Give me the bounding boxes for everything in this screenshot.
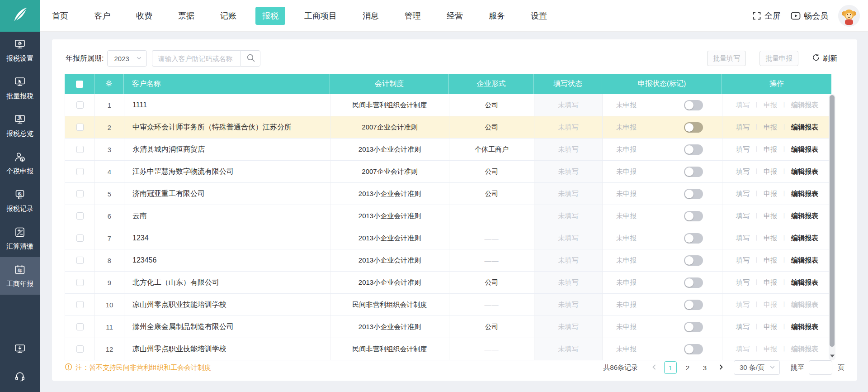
declare-toggle[interactable] xyxy=(684,344,703,354)
next-page-button[interactable] xyxy=(716,361,726,374)
declare-toggle[interactable] xyxy=(684,189,703,199)
action-edit-link[interactable]: 编辑报表 xyxy=(791,145,818,154)
action-fill-link[interactable]: 填写 xyxy=(736,345,750,354)
action-fill-link[interactable]: 填写 xyxy=(736,278,750,287)
row-checkbox[interactable] xyxy=(76,124,84,131)
batch-fill-button[interactable]: 批量填写 xyxy=(707,51,746,66)
user-avatar[interactable] xyxy=(838,5,860,27)
nav-item-business-project[interactable]: 工商项目 xyxy=(297,7,344,25)
sidebar-item-personal-tax[interactable]: 个税申报 xyxy=(0,144,40,182)
action-edit-link[interactable]: 编辑报表 xyxy=(791,345,818,354)
nav-item-home[interactable]: 首页 xyxy=(45,7,75,25)
nav-item-settings[interactable]: 设置 xyxy=(524,7,554,25)
action-fill-link[interactable]: 填写 xyxy=(736,123,750,132)
action-fill-link[interactable]: 填写 xyxy=(736,212,750,220)
declare-toggle[interactable] xyxy=(684,167,703,177)
scrollbar-down-button[interactable] xyxy=(829,350,835,360)
action-declare-link[interactable]: 申报 xyxy=(764,167,777,176)
nav-item-tax[interactable]: 报税 xyxy=(255,7,285,25)
declare-toggle[interactable] xyxy=(684,100,703,110)
action-edit-link[interactable]: 编辑报表 xyxy=(791,323,818,331)
action-edit-link[interactable]: 编辑报表 xyxy=(791,190,818,198)
row-checkbox[interactable] xyxy=(76,323,84,330)
nav-item-service[interactable]: 服务 xyxy=(482,7,512,25)
action-edit-link[interactable]: 编辑报表 xyxy=(791,234,818,243)
row-checkbox[interactable] xyxy=(76,257,84,264)
action-declare-link[interactable]: 申报 xyxy=(764,278,777,287)
sidebar-item-tax-overview[interactable]: 税报税总览 xyxy=(0,107,40,144)
row-checkbox[interactable] xyxy=(76,212,84,220)
action-declare-link[interactable]: 申报 xyxy=(764,234,777,243)
action-declare-link[interactable]: 申报 xyxy=(764,190,777,198)
action-fill-link[interactable]: 填写 xyxy=(736,167,750,176)
action-fill-link[interactable]: 填写 xyxy=(736,101,750,110)
headset-icon[interactable] xyxy=(14,370,26,382)
action-fill-link[interactable]: 填写 xyxy=(736,301,750,309)
row-checkbox[interactable] xyxy=(76,345,84,353)
monitor-download-icon[interactable] xyxy=(14,343,26,355)
action-edit-link[interactable]: 编辑报表 xyxy=(791,256,818,265)
page-size-select[interactable]: 30 条/页 xyxy=(734,360,780,375)
page-button-3[interactable]: 3 xyxy=(698,361,711,374)
action-fill-link[interactable]: 填写 xyxy=(736,256,750,265)
action-fill-link[interactable]: 填写 xyxy=(736,145,750,154)
action-declare-link[interactable]: 申报 xyxy=(764,212,777,220)
action-edit-link[interactable]: 编辑报表 xyxy=(791,101,818,110)
scrollbar-thumb[interactable] xyxy=(830,95,835,347)
refresh-button[interactable]: 刷新 xyxy=(812,53,837,63)
search-button[interactable] xyxy=(241,50,260,67)
nav-item-customer[interactable]: 客户 xyxy=(87,7,117,25)
action-edit-link[interactable]: 编辑报表 xyxy=(791,212,818,220)
declare-toggle[interactable] xyxy=(684,144,703,155)
column-settings-gear-icon[interactable] xyxy=(104,79,113,90)
sidebar-item-final-settlement[interactable]: 汇算清缴 xyxy=(0,220,40,257)
select-all-checkbox[interactable] xyxy=(76,81,83,88)
action-edit-link[interactable]: 编辑报表 xyxy=(791,278,818,287)
page-button-2[interactable]: 2 xyxy=(681,361,694,374)
declare-toggle[interactable] xyxy=(684,233,703,244)
row-checkbox[interactable] xyxy=(76,301,84,308)
action-edit-link[interactable]: 编辑报表 xyxy=(791,123,818,132)
declare-toggle[interactable] xyxy=(684,255,703,266)
sidebar-item-tax-settings[interactable]: 报税设置 xyxy=(0,32,40,69)
row-checkbox[interactable] xyxy=(76,279,84,286)
declare-toggle[interactable] xyxy=(684,122,703,133)
fullscreen-button[interactable]: 全屏 xyxy=(752,10,781,21)
nav-item-invoice[interactable]: 票据 xyxy=(171,7,201,25)
action-fill-link[interactable]: 填写 xyxy=(736,323,750,331)
action-declare-link[interactable]: 申报 xyxy=(764,256,777,265)
action-edit-link[interactable]: 编辑报表 xyxy=(791,301,818,309)
declare-toggle[interactable] xyxy=(684,277,703,288)
declare-toggle[interactable] xyxy=(684,211,703,221)
nav-item-message[interactable]: 消息 xyxy=(356,7,386,25)
row-checkbox[interactable] xyxy=(76,234,84,242)
nav-item-manage[interactable]: 管理 xyxy=(398,7,428,25)
action-fill-link[interactable]: 填写 xyxy=(736,190,750,198)
nav-item-bookkeeping[interactable]: 记账 xyxy=(213,7,243,25)
row-checkbox[interactable] xyxy=(76,190,84,197)
year-select[interactable]: 2023 xyxy=(107,50,147,67)
sidebar-item-annual-report[interactable]: 年工商年报 xyxy=(0,257,40,295)
action-declare-link[interactable]: 申报 xyxy=(764,145,777,154)
action-edit-link[interactable]: 编辑报表 xyxy=(791,167,818,176)
action-declare-link[interactable]: 申报 xyxy=(764,101,777,110)
jump-page-input[interactable] xyxy=(809,360,832,375)
declare-toggle[interactable] xyxy=(684,322,703,332)
sidebar-item-batch-tax[interactable]: 批量报税 xyxy=(0,69,40,107)
nav-item-operation[interactable]: 经营 xyxy=(440,7,470,25)
action-declare-link[interactable]: 申报 xyxy=(764,301,777,309)
action-fill-link[interactable]: 填写 xyxy=(736,234,750,243)
nav-item-fees[interactable]: 收费 xyxy=(129,7,159,25)
action-declare-link[interactable]: 申报 xyxy=(764,345,777,354)
page-button-1[interactable]: 1 xyxy=(664,361,677,374)
batch-declare-button[interactable]: 批量申报 xyxy=(760,51,798,66)
row-checkbox[interactable] xyxy=(76,168,84,175)
declare-toggle[interactable] xyxy=(684,300,703,310)
action-declare-link[interactable]: 申报 xyxy=(764,323,777,331)
member-button[interactable]: 畅会员 xyxy=(791,10,828,21)
action-declare-link[interactable]: 申报 xyxy=(764,123,777,132)
customer-search-input[interactable] xyxy=(152,50,241,67)
row-checkbox[interactable] xyxy=(76,146,84,153)
row-checkbox[interactable] xyxy=(76,101,84,109)
prev-page-button[interactable] xyxy=(649,361,660,374)
